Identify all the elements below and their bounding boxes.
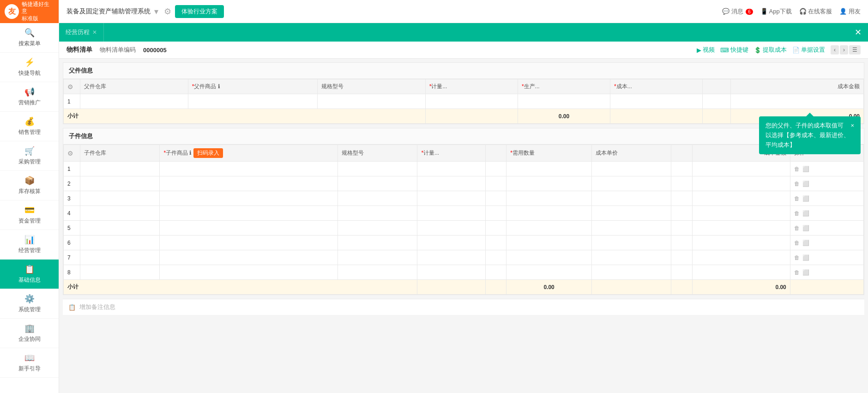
delete-icon[interactable]: 🗑 xyxy=(794,210,800,217)
tooltip-close-btn[interactable]: × xyxy=(850,121,854,131)
experience-btn[interactable]: 体验行业方案 xyxy=(175,5,224,18)
child-row-spec[interactable] xyxy=(338,236,417,250)
bottom-bar[interactable]: 📋 增加备注信息 xyxy=(63,299,864,315)
child-row-unit-price[interactable] xyxy=(592,191,671,206)
sidebar-item-operations[interactable]: 📊经营管理 xyxy=(0,230,59,260)
app-download-btn[interactable]: 📱 App下载 xyxy=(760,7,792,16)
tab-close-all[interactable]: ✕ xyxy=(852,27,864,37)
child-row-unit-price[interactable] xyxy=(592,176,671,191)
sidebar-item-purchase[interactable]: 🛒采购管理 xyxy=(0,141,59,171)
child-row-spec[interactable] xyxy=(338,162,417,176)
next-btn[interactable]: › xyxy=(840,45,848,54)
sidebar-item-system[interactable]: ⚙️系统管理 xyxy=(0,289,59,319)
delete-icon[interactable]: 🗑 xyxy=(794,166,800,172)
sidebar-item-inventory[interactable]: 📦库存核算 xyxy=(0,171,59,200)
sidebar-item-guide[interactable]: 📖新手引导 xyxy=(0,348,59,378)
copy-icon[interactable]: ⬜ xyxy=(802,181,809,187)
child-row-warehouse[interactable] xyxy=(80,162,160,176)
child-row-unit-price[interactable] xyxy=(592,206,671,221)
tab-close-business_history[interactable]: ✕ xyxy=(92,29,97,36)
child-row-goods[interactable] xyxy=(160,176,338,191)
copy-icon[interactable]: ⬜ xyxy=(802,254,809,261)
parent-row-production[interactable] xyxy=(518,94,610,109)
parent-row-spec[interactable] xyxy=(318,94,426,109)
delete-icon[interactable]: 🗑 xyxy=(794,181,800,187)
child-row-spec[interactable] xyxy=(338,191,417,206)
child-row-unit-price[interactable] xyxy=(592,162,671,176)
child-row-warehouse[interactable] xyxy=(80,176,160,191)
parent-row-cost[interactable] xyxy=(610,94,703,109)
online-service-btn[interactable]: 🎧 在线客服 xyxy=(799,7,832,16)
child-row-unit[interactable] xyxy=(417,191,486,206)
sidebar-item-finance[interactable]: 💳资金管理 xyxy=(0,200,59,230)
child-row-goods[interactable] xyxy=(160,162,338,176)
system-dropdown-icon[interactable]: ▾ xyxy=(154,6,158,17)
child-row-unit[interactable] xyxy=(417,162,486,176)
child-row-warehouse[interactable] xyxy=(80,250,160,265)
sidebar-item-enterprise[interactable]: 🏢企业协同 xyxy=(0,319,59,348)
scan-btn[interactable]: 扫码录入 xyxy=(193,148,223,158)
child-row-qty[interactable] xyxy=(506,250,592,265)
child-row-spec[interactable] xyxy=(338,221,417,236)
copy-icon[interactable]: ⬜ xyxy=(802,195,809,202)
child-row-warehouse[interactable] xyxy=(80,206,160,221)
copy-icon[interactable]: ⬜ xyxy=(802,166,809,172)
child-row-spec[interactable] xyxy=(338,250,417,265)
child-row-unit[interactable] xyxy=(417,250,486,265)
child-row-goods[interactable] xyxy=(160,221,338,236)
child-row-unit[interactable] xyxy=(417,265,486,280)
settings-icon[interactable]: ⚙ xyxy=(164,6,171,17)
delete-icon[interactable]: 🗑 xyxy=(794,195,800,202)
copy-icon[interactable]: ⬜ xyxy=(802,269,809,276)
child-row-goods[interactable] xyxy=(160,265,338,280)
child-row-unit-price[interactable] xyxy=(592,265,671,280)
copy-icon[interactable]: ⬜ xyxy=(802,225,809,231)
child-row-spec[interactable] xyxy=(338,265,417,280)
child-row-goods[interactable] xyxy=(160,250,338,265)
sidebar-item-basic[interactable]: 📋基础信息 xyxy=(0,260,59,289)
shortcut-action[interactable]: ⌨ 快捷键 xyxy=(720,46,748,54)
child-row-qty[interactable] xyxy=(506,206,592,221)
parent-row-goods[interactable] xyxy=(188,94,317,109)
prev-btn[interactable]: ‹ xyxy=(831,45,839,54)
child-row-qty[interactable] xyxy=(506,176,592,191)
child-row-spec[interactable] xyxy=(338,176,417,191)
child-row-qty[interactable] xyxy=(506,265,592,280)
child-row-unit-price[interactable] xyxy=(592,221,671,236)
child-row-unit-price[interactable] xyxy=(592,250,671,265)
single-settings-action[interactable]: 📄 单据设置 xyxy=(792,46,825,54)
sidebar-item-quicknav[interactable]: ⚡快捷导航 xyxy=(0,53,59,82)
child-row-qty[interactable] xyxy=(506,236,592,250)
tab-business_history[interactable]: 经营历程✕ xyxy=(59,23,104,42)
delete-icon[interactable]: 🗑 xyxy=(794,240,800,246)
child-row-qty[interactable] xyxy=(506,191,592,206)
delete-icon[interactable]: 🗑 xyxy=(794,254,800,261)
sidebar-item-sales[interactable]: 💰销售管理 xyxy=(0,112,59,141)
parent-row-unit[interactable] xyxy=(425,94,518,109)
user-menu[interactable]: 👤 用友 xyxy=(839,7,861,16)
child-row-unit[interactable] xyxy=(417,206,486,221)
child-row-warehouse[interactable] xyxy=(80,191,160,206)
settings-gear-icon[interactable]: ⚙ xyxy=(67,83,73,91)
child-row-qty[interactable] xyxy=(506,221,592,236)
child-row-unit-price[interactable] xyxy=(592,236,671,250)
child-row-unit[interactable] xyxy=(417,221,486,236)
child-row-warehouse[interactable] xyxy=(80,265,160,280)
child-row-qty[interactable] xyxy=(506,162,592,176)
menu-btn[interactable]: ☰ xyxy=(849,45,861,54)
child-row-goods[interactable] xyxy=(160,191,338,206)
child-row-unit[interactable] xyxy=(417,236,486,250)
child-settings-gear-icon[interactable]: ⚙ xyxy=(67,150,73,157)
message-btn[interactable]: 💬 消息 6 xyxy=(722,7,753,16)
child-row-warehouse[interactable] xyxy=(80,236,160,250)
child-row-warehouse[interactable] xyxy=(80,221,160,236)
parent-row-warehouse[interactable] xyxy=(80,94,188,109)
delete-icon[interactable]: 🗑 xyxy=(794,225,800,231)
extract-cost-action[interactable]: 💲 提取成本 xyxy=(754,46,787,54)
sidebar-item-marketing[interactable]: 📢营销推广 xyxy=(0,82,59,112)
copy-icon[interactable]: ⬜ xyxy=(802,210,809,217)
child-row-spec[interactable] xyxy=(338,206,417,221)
delete-icon[interactable]: 🗑 xyxy=(794,269,800,276)
copy-icon[interactable]: ⬜ xyxy=(802,240,809,246)
child-row-unit[interactable] xyxy=(417,176,486,191)
